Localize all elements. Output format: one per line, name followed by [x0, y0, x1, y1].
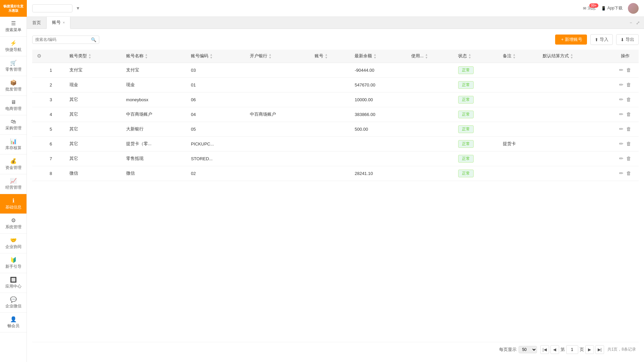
sidebar-item-ecommerce-mgmt[interactable]: 🖥 电商管理 — [0, 96, 26, 115]
export-button[interactable]: ⬇ 导出 — [616, 34, 639, 45]
edit-button[interactable]: ✏ — [619, 97, 624, 103]
edit-button[interactable]: ✏ — [619, 111, 624, 117]
delete-button[interactable]: 🗑 — [626, 82, 631, 88]
col-account[interactable]: 账号▲▼ — [311, 50, 351, 63]
row-settings — [32, 136, 46, 151]
import-button[interactable]: ⬆ 导入 — [590, 34, 613, 45]
page-number-input[interactable] — [566, 345, 578, 354]
row-balance — [351, 136, 407, 151]
row-index: 3 — [46, 92, 65, 107]
sidebar-item-purchase-mgmt[interactable]: 🛍 采购管理 — [0, 115, 26, 135]
first-page-button[interactable]: |◀ — [540, 345, 549, 354]
sidebar-item-app-center[interactable]: 🔲 应用中心 — [0, 273, 26, 293]
row-default-payment — [539, 92, 612, 107]
edit-button[interactable]: ✏ — [619, 126, 624, 132]
sidebar-item-retail-mgmt[interactable]: 🛒 零售管理 — [0, 56, 26, 76]
sidebar-item-new-guide[interactable]: 🔰 新手引导 — [0, 253, 26, 273]
edit-button[interactable]: ✏ — [619, 67, 624, 73]
col-default-payment[interactable]: 默认结算方式▲▼ — [539, 50, 612, 63]
sidebar-item-fund-mgmt[interactable]: 💰 资金管理 — [0, 155, 26, 174]
topbar-dropdown-icon[interactable]: ▼ — [76, 6, 80, 11]
sidebar-item-enterprise-agreement[interactable]: 🤝 企业协同 — [0, 234, 26, 253]
row-settings — [32, 92, 46, 107]
delete-button[interactable]: 🗑 — [626, 126, 631, 132]
sidebar-item-wholesale-mgmt[interactable]: 📦 批发管理 — [0, 76, 26, 96]
sidebar-item-search-menu[interactable]: ☰ 搜索菜单 — [0, 17, 26, 37]
add-account-button[interactable]: + 新增账号 — [555, 35, 587, 45]
tab-accounts-label: 账号 — [52, 19, 61, 25]
message-button[interactable]: ✉ 消息 99+ — [583, 5, 596, 11]
sort-code-icon: ▲▼ — [210, 53, 213, 59]
delete-button[interactable]: 🗑 — [626, 156, 631, 162]
next-page-button[interactable]: ▶ — [585, 345, 594, 354]
row-bank — [246, 151, 311, 166]
edit-button[interactable]: ✏ — [619, 82, 624, 88]
row-bank: 中百商场账户 — [246, 107, 311, 122]
row-type: 其它 — [65, 122, 122, 136]
tab-home[interactable]: 首页 — [27, 17, 47, 29]
row-code: 05 — [187, 122, 246, 136]
prev-page-button[interactable]: ◀ — [550, 345, 559, 354]
col-balance[interactable]: 最新余额▲▼ — [351, 50, 407, 63]
topbar: ▼ ✉ 消息 99+ 📱 App下载 — [27, 0, 644, 17]
row-balance: 547670.00 — [351, 77, 407, 92]
edit-button[interactable]: ✏ — [619, 156, 624, 162]
basic-info-icon: ℹ — [1, 197, 25, 204]
table-row: 8 微信 微信 02 28241.10 正常 ✏ 🗑 — [32, 166, 639, 181]
row-settings — [32, 107, 46, 122]
edit-button[interactable]: ✏ — [619, 141, 624, 147]
row-status: 正常 — [454, 107, 499, 122]
row-account — [311, 63, 351, 77]
tab-accounts[interactable]: 账号 × — [47, 17, 70, 29]
app-download-button[interactable]: 📱 App下载 — [601, 5, 623, 11]
column-settings-icon[interactable]: ⚙ — [37, 53, 41, 59]
delete-button[interactable]: 🗑 — [626, 67, 631, 73]
topbar-search-input[interactable] — [32, 4, 72, 12]
sidebar-item-sys-mgmt[interactable]: ⚙ 系统管理 — [0, 214, 26, 234]
table-row: 7 其它 零售抵现 STORED... 正常 ✏ 🗑 — [32, 151, 639, 166]
sidebar-item-enterprise-wechat[interactable]: 💬 企业微信 — [0, 293, 26, 313]
search-icon[interactable]: 🔍 — [91, 37, 96, 42]
quick-nav-icon: ⚡ — [1, 40, 25, 46]
edit-button[interactable]: ✏ — [619, 170, 624, 176]
sidebar-item-quick-nav[interactable]: ⚡ 快捷导航 — [0, 37, 26, 56]
status-badge: 正常 — [458, 125, 474, 133]
page-size-label: 每页显示 — [499, 347, 517, 353]
col-remark[interactable]: 备注▲▼ — [499, 50, 539, 63]
tab-close-button[interactable]: × — [63, 20, 65, 24]
tabbar: 首页 账号 × － ⤢ — [27, 17, 644, 29]
row-remark — [499, 63, 539, 77]
delete-button[interactable]: 🗑 — [626, 141, 631, 147]
status-badge: 正常 — [458, 140, 474, 148]
user-avatar[interactable] — [628, 3, 639, 14]
delete-button[interactable]: 🗑 — [626, 97, 631, 103]
row-bank — [246, 63, 311, 77]
sidebar-item-basic-info[interactable]: ℹ 基础信息 — [0, 194, 26, 214]
app-center-icon: 🔲 — [1, 277, 25, 283]
col-status[interactable]: 状态▲▼ — [454, 50, 499, 63]
toolbar-left: 🔍 — [32, 36, 99, 44]
tab-minimize-button[interactable]: － — [629, 20, 633, 26]
row-status: 正常 — [454, 122, 499, 136]
delete-button[interactable]: 🗑 — [626, 111, 631, 117]
last-page-button[interactable]: ▶| — [595, 345, 604, 354]
page-size-select[interactable]: 50 100 200 — [519, 346, 537, 353]
col-type[interactable]: 账号类型▲▼ — [65, 50, 122, 63]
sort-bank-icon: ▲▼ — [269, 53, 272, 59]
sidebar-item-member[interactable]: 👤 畅会员 — [0, 313, 26, 333]
row-settings — [32, 151, 46, 166]
col-code[interactable]: 账号编码▲▼ — [187, 50, 246, 63]
tab-maximize-button[interactable]: ⤢ — [636, 20, 640, 25]
search-input[interactable] — [35, 37, 89, 42]
sys-icon: ⚙ — [1, 217, 25, 224]
col-usage[interactable]: 使用...▲▼ — [407, 50, 454, 63]
delete-button[interactable]: 🗑 — [626, 170, 631, 176]
row-name: 支付宝 — [122, 63, 187, 77]
sidebar-item-inventory-calc[interactable]: 📊 库存核算 — [0, 135, 26, 155]
col-bank[interactable]: 开户银行▲▼ — [246, 50, 311, 63]
col-settings[interactable]: ⚙ — [32, 50, 46, 63]
col-name[interactable]: 账号名称▲▼ — [122, 50, 187, 63]
ecommerce-icon: 🖥 — [1, 99, 25, 105]
row-settings — [32, 63, 46, 77]
sidebar-item-ops-mgmt[interactable]: 📈 经营管理 — [0, 174, 26, 194]
